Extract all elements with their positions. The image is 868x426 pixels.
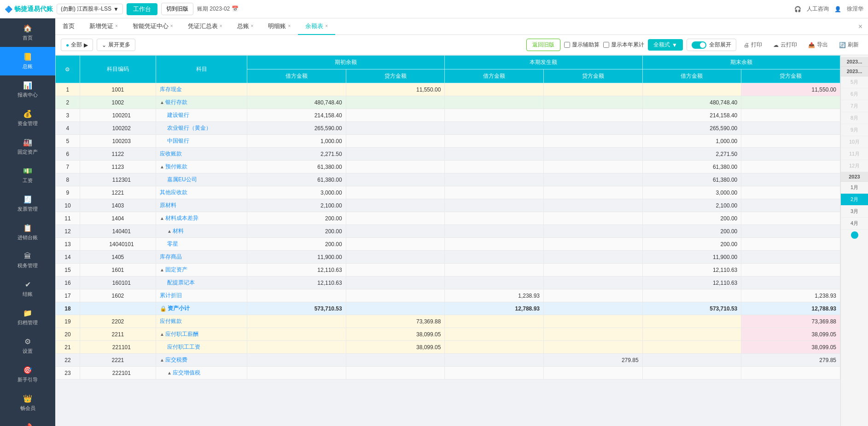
table-row-name[interactable]: 库存现金: [156, 83, 247, 96]
sidebar-item-invoices[interactable]: 🧾 发票管理: [0, 190, 55, 218]
nav-voucher-summary[interactable]: 凭证汇总表 ×: [181, 18, 230, 35]
show-annual-input[interactable]: [603, 42, 609, 48]
account-name-link[interactable]: 固定资产: [165, 266, 187, 274]
calendar-month-12[interactable]: 12月: [841, 160, 868, 172]
account-name-link[interactable]: 材料成本差异: [165, 214, 198, 222]
account-name-link[interactable]: 农业银行（黄金）: [167, 124, 211, 132]
sidebar-item-settings[interactable]: ⚙ 设置: [0, 332, 55, 360]
table-row-name[interactable]: 库存商品: [156, 251, 247, 264]
account-name-link[interactable]: 应付职工工资: [167, 343, 200, 351]
table-row-name[interactable]: ▲应交税费: [156, 354, 247, 367]
calendar-month-7[interactable]: 7月: [841, 100, 868, 112]
sidebar-item-vip[interactable]: 👑 畅会员: [0, 389, 55, 417]
account-name-link[interactable]: 原材料: [160, 201, 176, 209]
sidebar-item-funds[interactable]: 💰 资金管理: [0, 104, 55, 132]
old-version-button[interactable]: 切到旧版: [161, 3, 193, 15]
show-aux-checkbox[interactable]: 显示辅助算: [564, 41, 600, 49]
expand-icon[interactable]: ▲: [160, 267, 164, 272]
filter-all-button[interactable]: ● 全部 ▶: [61, 39, 93, 51]
expand-all-toggle[interactable]: 全部展开: [687, 39, 736, 51]
calendar-month-3[interactable]: 3月: [841, 206, 868, 218]
nav-general-ledger-close[interactable]: ×: [251, 23, 254, 29]
account-name-link[interactable]: 应交增值税: [173, 369, 200, 377]
account-name-link[interactable]: 应交税费: [165, 356, 187, 364]
expand-icon[interactable]: ▲: [167, 229, 172, 234]
workbench-button[interactable]: 工作台: [127, 3, 157, 15]
nav-smart-voucher-close[interactable]: ×: [170, 23, 173, 29]
nav-general-ledger[interactable]: 总账 ×: [230, 18, 261, 35]
export-button[interactable]: 📤 导出: [804, 39, 832, 51]
account-name-link[interactable]: 资产小计: [168, 305, 190, 312]
table-row-name[interactable]: 应收账款: [156, 148, 247, 161]
account-name-link[interactable]: 建设银行: [167, 111, 189, 119]
nav-balance-sheet[interactable]: 余额表 ×: [298, 18, 335, 35]
expand-icon[interactable]: ▲: [160, 216, 164, 221]
account-name-link[interactable]: 应付账款: [160, 317, 182, 325]
show-annual-checkbox[interactable]: 显示本年累计: [603, 41, 644, 49]
account-name-link[interactable]: 库存商品: [160, 253, 182, 261]
mode-button[interactable]: 全额式 ▼: [648, 39, 683, 51]
account-name-link[interactable]: 配提票记本: [167, 279, 195, 287]
sidebar-item-ledger[interactable]: 📒 总账: [0, 47, 55, 75]
nav-home[interactable]: 首页: [55, 18, 82, 35]
calendar-month-4[interactable]: 4月: [841, 218, 868, 230]
calendar-month-1[interactable]: 1月: [841, 182, 868, 194]
sidebar-item-guide[interactable]: 🎯 新手引导: [0, 360, 55, 389]
account-name-link[interactable]: 预付账款: [165, 163, 187, 171]
sidebar-item-home[interactable]: 🏠 首页: [0, 18, 55, 47]
sidebar-item-payroll[interactable]: 💵 工资: [0, 161, 55, 190]
calendar-month-9[interactable]: 9月: [841, 124, 868, 136]
table-row-name[interactable]: 应付账款: [156, 315, 247, 328]
refresh-button[interactable]: 🔄 刷新: [835, 39, 862, 51]
calendar-icon[interactable]: 📅: [232, 6, 239, 12]
nav-detail-ledger-close[interactable]: ×: [288, 23, 291, 29]
sidebar-item-close[interactable]: ✔ 结账: [0, 275, 55, 303]
table-row-name[interactable]: ▲固定资产: [156, 264, 247, 276]
return-old-button[interactable]: 返回旧版: [526, 39, 560, 51]
expand-more-button[interactable]: ⌄ 展开更多: [97, 39, 135, 51]
nav-new-voucher-close[interactable]: ×: [115, 23, 118, 29]
table-row-name[interactable]: ▲材料: [156, 225, 247, 238]
account-name-link[interactable]: 零星: [167, 240, 178, 248]
nav-voucher-summary-close[interactable]: ×: [220, 23, 222, 29]
nav-smart-voucher[interactable]: 智能凭证中心 ×: [125, 18, 181, 35]
account-name-link[interactable]: 应收账款: [160, 150, 182, 158]
table-row-name[interactable]: 其他应收款: [156, 186, 247, 199]
table-row-name[interactable]: ▲银行存款: [156, 96, 247, 109]
expand-icon[interactable]: ▲: [160, 332, 164, 337]
calendar-month-2[interactable]: 2月: [841, 194, 868, 206]
account-name-link[interactable]: 库存现金: [160, 86, 182, 93]
table-row-name[interactable]: ▲材料成本差异: [156, 212, 247, 225]
table-row-name[interactable]: 农业银行（黄金）: [156, 122, 247, 135]
calendar-month-8[interactable]: 8月: [841, 112, 868, 124]
account-name-link[interactable]: 应付职工薪酬: [165, 330, 198, 338]
table-row-name[interactable]: 中国银行: [156, 135, 247, 148]
account-name-link[interactable]: 其他应收款: [160, 189, 187, 196]
nav-balance-sheet-close[interactable]: ×: [325, 23, 328, 29]
expand-icon[interactable]: ▲: [160, 100, 164, 105]
expand-icon[interactable]: ▲: [167, 370, 172, 375]
calendar-month-6[interactable]: 6月: [841, 88, 868, 100]
close-all-tabs[interactable]: ×: [853, 23, 868, 31]
account-name-link[interactable]: 银行存款: [165, 98, 187, 106]
account-name-link[interactable]: 累计折旧: [160, 292, 182, 299]
sidebar-item-unpin[interactable]: 📌 取消固定: [0, 417, 55, 426]
calendar-month-10[interactable]: 10月: [841, 136, 868, 148]
table-row-name[interactable]: ▲应交增值税: [156, 367, 247, 380]
account-name-link[interactable]: 嘉属EU公司: [167, 176, 197, 184]
table-row-name[interactable]: ▲预付账款: [156, 161, 247, 173]
company-selector[interactable]: (勿删) 江西股丰-LSS ▼: [57, 4, 123, 14]
print-button[interactable]: 🖨 打印: [740, 39, 766, 51]
table-row-name[interactable]: 累计折旧: [156, 289, 247, 302]
calendar-month-5[interactable]: 5月: [841, 76, 868, 88]
calendar-month-11[interactable]: 11月: [841, 148, 868, 160]
table-row-name[interactable]: ▲应付职工薪酬: [156, 328, 247, 341]
expand-icon[interactable]: ▲: [160, 164, 164, 169]
sidebar-item-archive[interactable]: 📁 归档管理: [0, 303, 55, 332]
account-name-link[interactable]: 中国银行: [167, 137, 189, 145]
nav-new-voucher[interactable]: 新增凭证 ×: [82, 18, 125, 35]
show-aux-input[interactable]: [564, 42, 570, 48]
sidebar-item-purchases[interactable]: 📋 进销台账: [0, 218, 55, 247]
customer-service-icon[interactable]: 🎧: [794, 6, 801, 12]
table-row-name[interactable]: 配提票记本: [156, 276, 247, 289]
